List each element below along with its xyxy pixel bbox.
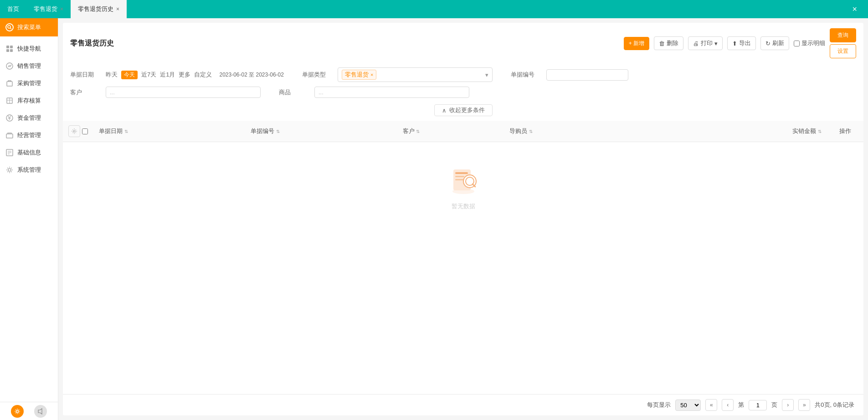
collapse-bar: ∧ 收起更多条件 — [70, 102, 856, 121]
add-button[interactable]: + 新增 — [624, 37, 649, 50]
th-guide-label: 导购员 — [509, 128, 527, 134]
customer-label: 客户 — [70, 88, 102, 97]
th-ops: 操作 — [827, 121, 863, 142]
th-amount: 实销金额 ⇅ — [675, 121, 827, 142]
table-settings-icon[interactable] — [68, 125, 80, 137]
date-options: 昨天 今天 近7天 近1月 更多 自定义 — [106, 71, 212, 79]
main-layout: 搜索菜单 快捷导航 销售管理 采购管理 库存核算 ¥ 资金管理 — [0, 18, 868, 420]
audio-button[interactable] — [34, 405, 47, 418]
page-first-button[interactable]: « — [705, 399, 717, 411]
goods-label: 商品 — [279, 88, 311, 97]
export-icon: ⬆ — [732, 40, 737, 47]
top-bar: 首页 零售退货 × 零售退货历史 × × — [0, 0, 868, 18]
total-info: 共0页, 0条记录 — [815, 401, 854, 409]
th-checkbox — [63, 121, 93, 142]
svg-rect-5 — [10, 49, 13, 52]
sort-date-icon[interactable]: ⇅ — [124, 129, 128, 134]
tab-retail-return-label: 零售退货 — [34, 5, 57, 13]
collapse-label: 收起更多条件 — [449, 106, 485, 114]
svg-rect-25 — [455, 176, 464, 177]
sidebar-item-sales[interactable]: 销售管理 — [0, 57, 58, 75]
table-scroll[interactable]: 单据日期 ⇅ 单据编号 ⇅ 客户 ⇅ — [63, 121, 863, 394]
date-opt-7days[interactable]: 近7天 — [141, 71, 156, 79]
svg-text:¥: ¥ — [7, 114, 11, 121]
sort-guide-icon[interactable]: ⇅ — [529, 129, 533, 134]
display-detail-input[interactable] — [794, 41, 800, 46]
type-select[interactable]: 零售退货 × ▾ — [338, 67, 493, 82]
tab-retail-return-history-close[interactable]: × — [116, 6, 119, 12]
date-label: 单据日期 — [70, 71, 102, 79]
type-tag: 零售退货 × — [342, 70, 376, 80]
setup-button[interactable]: 设置 — [830, 44, 856, 58]
th-guide: 导购员 ⇅ — [504, 121, 633, 142]
search-icon — [5, 23, 14, 31]
top-bar-right: × — [848, 5, 868, 14]
date-opt-more[interactable]: 更多 — [179, 71, 190, 79]
sort-amount-icon[interactable]: ⇅ — [818, 129, 822, 134]
collapse-button[interactable]: ∧ 收起更多条件 — [434, 104, 493, 116]
gear-button[interactable] — [11, 405, 24, 418]
customer-select[interactable]: ... — [106, 87, 261, 98]
type-tag-remove[interactable]: × — [370, 72, 373, 77]
th-amount-label: 实销金额 — [792, 128, 816, 134]
page-last-button[interactable]: » — [798, 399, 810, 411]
tab-home[interactable]: 首页 — [0, 0, 26, 18]
sidebar-item-finance[interactable]: ¥ 资金管理 — [0, 109, 58, 127]
sidebar-item-info-label: 基础信息 — [17, 149, 41, 157]
th-customer-label: 客户 — [403, 128, 415, 134]
empty-state: 暂无数据 — [63, 142, 863, 256]
date-opt-today[interactable]: 今天 — [121, 71, 138, 79]
sidebar-item-purchase[interactable]: 采购管理 — [0, 75, 58, 92]
print-button[interactable]: 🖨 打印 ▾ — [688, 36, 723, 50]
content-inner: 零售退货历史 + 新增 🗑 删除 🖨 打印 ▾ — [58, 18, 868, 420]
tabs-area: 首页 零售退货 × 零售退货历史 × — [0, 0, 848, 18]
page-prev-button[interactable]: ‹ — [722, 399, 734, 411]
sidebar-item-business[interactable]: 经营管理 — [0, 127, 58, 144]
th-customer: 客户 ⇅ — [397, 121, 504, 142]
sidebar-nav: 快捷导航 销售管理 采购管理 库存核算 ¥ 资金管理 经营管理 — [0, 36, 58, 402]
page-next-button[interactable]: › — [782, 399, 794, 411]
query-button[interactable]: 查询 — [830, 28, 856, 42]
sidebar-item-quicknav[interactable]: 快捷导航 — [0, 40, 58, 57]
filter-row-1: 单据日期 昨天 今天 近7天 近1月 更多 自定义 2023-06-02 至 2… — [70, 67, 856, 82]
tab-retail-return-close[interactable]: × — [60, 6, 63, 12]
page-header-top: 零售退货历史 + 新增 🗑 删除 🖨 打印 ▾ — [70, 28, 856, 58]
window-close-button[interactable]: × — [848, 5, 861, 14]
sidebar-item-inventory[interactable]: 库存核算 — [0, 92, 58, 109]
header-actions: + 新增 🗑 删除 🖨 打印 ▾ ⬆ — [624, 28, 856, 58]
sidebar-item-info[interactable]: 基础信息 — [0, 144, 58, 161]
sort-customer-icon[interactable]: ⇅ — [416, 129, 420, 134]
th-number: 单据编号 ⇅ — [245, 121, 397, 142]
sidebar-item-system[interactable]: 系统管理 — [0, 161, 58, 179]
sidebar-search[interactable]: 搜索菜单 — [0, 18, 58, 36]
number-label: 单据编号 — [511, 71, 543, 79]
print-icon: 🖨 — [693, 40, 699, 47]
delete-label: 删除 — [667, 39, 678, 47]
sidebar-item-inventory-label: 库存核算 — [17, 97, 41, 105]
sort-number-icon[interactable]: ⇅ — [276, 129, 280, 134]
page-title: 零售退货历史 — [70, 39, 114, 48]
th-number-label: 单据编号 — [251, 128, 274, 134]
delete-button[interactable]: 🗑 删除 — [654, 36, 683, 50]
page-size-label: 每页显示 — [647, 401, 671, 409]
page-size-select[interactable]: 20 50 100 — [675, 400, 701, 411]
type-tag-label: 零售退货 — [345, 71, 369, 79]
sidebar-item-purchase-label: 采购管理 — [17, 79, 41, 87]
th-date-label: 单据日期 — [99, 128, 123, 134]
table-select-all[interactable] — [82, 128, 88, 134]
export-button[interactable]: ⬆ 导出 — [727, 36, 756, 50]
tab-retail-return[interactable]: 零售退货 × — [26, 0, 71, 18]
tab-retail-return-history[interactable]: 零售退货历史 × — [71, 0, 127, 18]
refresh-button[interactable]: ↻ 刷新 — [760, 36, 789, 50]
svg-rect-3 — [10, 46, 13, 48]
pagination: 每页显示 20 50 100 « ‹ 第 页 › » 共0页, 0条记 — [63, 394, 863, 415]
display-detail-checkbox[interactable]: 显示明细 — [794, 39, 825, 47]
number-input[interactable] — [546, 69, 628, 81]
date-opt-1month[interactable]: 近1月 — [160, 71, 175, 79]
type-chevron-icon: ▾ — [485, 72, 488, 78]
date-opt-yesterday[interactable]: 昨天 — [106, 71, 118, 79]
page-num-input[interactable] — [749, 400, 767, 410]
svg-rect-24 — [455, 172, 468, 174]
goods-select[interactable]: ... — [314, 87, 469, 98]
date-opt-custom[interactable]: 自定义 — [194, 71, 212, 79]
